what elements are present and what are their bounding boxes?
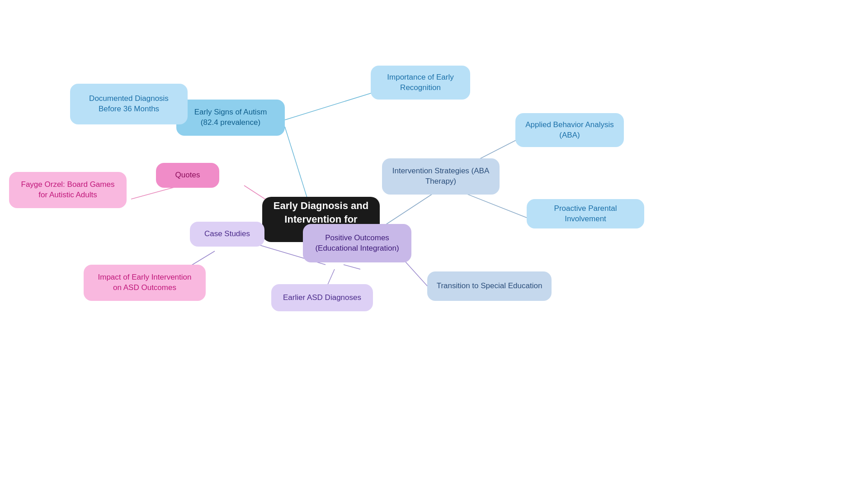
svg-line-10 <box>344 265 360 269</box>
proactive-parental-node[interactable]: Proactive Parental Involvement <box>527 199 644 228</box>
positive-outcomes-node[interactable]: Positive Outcomes (Educational Integrati… <box>303 224 411 262</box>
fayge-orzel-node[interactable]: Fayge Orzel: Board Games for Autistic Ad… <box>9 172 127 208</box>
quotes-node[interactable]: Quotes <box>156 163 219 188</box>
aba-node[interactable]: Applied Behavior Analysis (ABA) <box>515 113 624 147</box>
importance-recognition-node[interactable]: Importance of Early Recognition <box>371 66 470 100</box>
transition-special-node[interactable]: Transition to Special Education <box>427 271 552 301</box>
early-signs-node[interactable]: Early Signs of Autism (82.4 prevalence) <box>176 100 285 136</box>
documented-diagnosis-node[interactable]: Documented Diagnosis Before 36 Months <box>70 84 188 124</box>
earlier-asd-node[interactable]: Earlier ASD Diagnoses <box>271 284 373 311</box>
case-studies-node[interactable]: Case Studies <box>190 222 264 247</box>
impact-early-node[interactable]: Impact of Early Intervention on ASD Outc… <box>84 265 206 301</box>
intervention-strategies-node[interactable]: Intervention Strategies (ABA Therapy) <box>382 158 500 195</box>
svg-line-2 <box>285 90 380 120</box>
